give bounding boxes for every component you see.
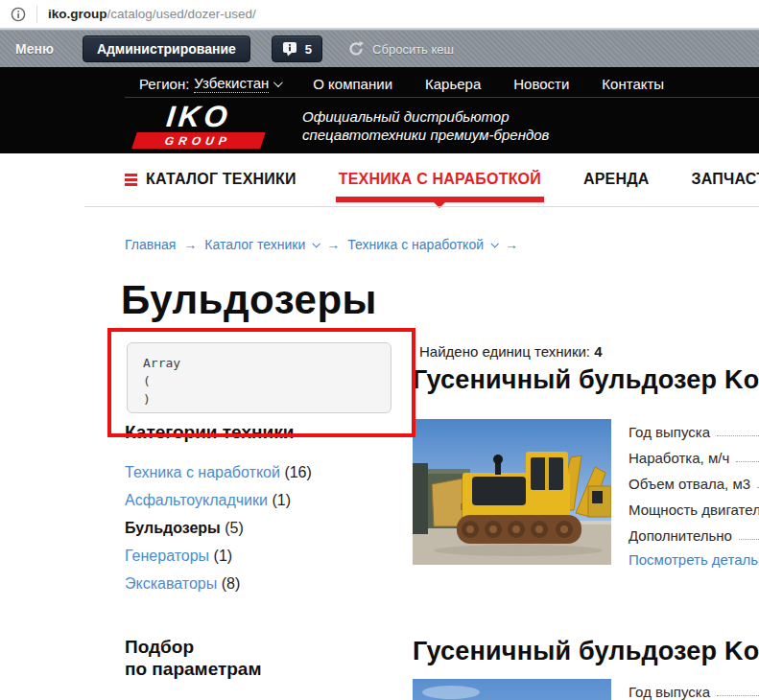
nav-item-catalog[interactable]: КАТАЛОГ ТЕХНИКИ — [125, 171, 296, 188]
header-divider — [125, 97, 759, 98]
category-link[interactable]: Асфальтоукладчики — [125, 492, 268, 508]
breadcrumb: Главная → Каталог техники → Техника с на… — [125, 237, 518, 252]
view-details-link[interactable]: Посмотреть детально — [629, 551, 759, 568]
results-count-value: 4 — [594, 343, 602, 360]
category-item-excavators: Экскаваторы (8) — [125, 570, 312, 597]
url-divider — [36, 6, 37, 23]
header-link-contacts[interactable]: Контакты — [602, 76, 664, 92]
category-link[interactable]: Техника с наработкой — [125, 464, 280, 480]
dotted-leader — [739, 539, 759, 540]
logo-text-group: GROUP — [164, 134, 232, 148]
administration-button[interactable]: Администрирование — [83, 35, 250, 62]
main-navigation: КАТАЛОГ ТЕХНИКИ ТЕХНИКА С НАРАБОТКОЙ АРЕ… — [0, 153, 759, 224]
page: iko.group/catalog/used/dozer-used/ Меню … — [0, 0, 759, 700]
clear-cache-label: Сбросить кеш — [372, 42, 454, 57]
category-count: (5) — [225, 520, 244, 536]
category-count: (8) — [222, 575, 241, 592]
admin-menu-button[interactable]: Меню — [15, 41, 54, 57]
nav-item-catalog-label: КАТАЛОГ ТЕХНИКИ — [146, 171, 296, 188]
category-count: (16) — [284, 464, 311, 480]
category-link[interactable]: Генераторы — [125, 548, 209, 564]
spec-row: Наработка, м/ч — [629, 440, 759, 466]
logo-text-iko: IKO — [132, 103, 264, 131]
breadcrumb-arrow-icon: → — [505, 237, 518, 252]
header-tagline: Официальный дистрибьютор спецавтотехники… — [302, 107, 549, 144]
breadcrumb-catalog[interactable]: Каталог техники — [204, 237, 305, 252]
spec-row: Мощность двигателя — [629, 492, 759, 518]
nav-divider — [84, 206, 759, 207]
product-specs: Год выпуска — [629, 674, 759, 700]
company-logo[interactable]: IKO GROUP — [134, 103, 263, 149]
notifications-button[interactable]: 5 — [272, 35, 322, 62]
breadcrumb-used-equipment[interactable]: Техника с наработкой — [347, 237, 484, 252]
nav-item-spare-parts[interactable]: ЗАПЧАСТИ — [692, 171, 759, 188]
category-count: (1) — [272, 492, 291, 508]
header-link-career[interactable]: Карьера — [425, 76, 481, 92]
hamburger-icon — [125, 174, 137, 186]
chevron-down-icon[interactable] — [313, 240, 320, 247]
category-count: (1) — [214, 548, 233, 564]
product-photo-bulldozer[interactable] — [413, 679, 611, 700]
url-path: /catalog/used/dozer-used/ — [107, 7, 256, 21]
header-link-news[interactable]: Новости — [513, 76, 569, 92]
product-title[interactable]: Гусеничный бульдозер Komatsu — [413, 637, 759, 666]
filter-by-params-title: Подбор по параметрам — [125, 636, 261, 680]
page-title: Бульдозеры — [121, 277, 377, 323]
header-link-about[interactable]: О компании — [313, 76, 392, 92]
categories-title: Категории техники — [125, 422, 294, 443]
category-link[interactable]: Экскаваторы — [125, 575, 217, 592]
spec-row: Объем отвала, м3 — [629, 466, 759, 492]
product-photo-bulldozer[interactable] — [413, 419, 611, 565]
chevron-down-icon — [273, 78, 283, 87]
category-item-generators: Генераторы (1) — [125, 542, 312, 570]
category-item-pavers: Асфальтоукладчики (1) — [125, 486, 312, 514]
nav-item-used-equipment[interactable]: ТЕХНИКА С НАРАБОТКОЙ — [339, 171, 541, 188]
url-domain: iko.group — [48, 7, 107, 21]
refresh-icon — [347, 40, 365, 58]
product-title[interactable]: Гусеничный бульдозер Komatsu — [413, 365, 759, 395]
active-tab-underline — [336, 197, 544, 202]
results-count: Найдено единиц техники: 4 — [419, 343, 603, 360]
categories-list: Техника с наработкой (16) Асфальтоукладч… — [125, 458, 312, 597]
clear-cache-button[interactable]: Сбросить кеш — [347, 40, 454, 58]
category-current-label: Бульдозеры — [125, 520, 221, 536]
region-selector[interactable]: Регион: Узбекистан — [139, 75, 280, 93]
page-info-icon[interactable] — [11, 7, 26, 22]
spec-row: Дополнительно — [629, 518, 759, 544]
tooltip-info-icon — [282, 41, 297, 57]
region-value: Узбекистан — [194, 75, 269, 93]
nav-item-rent[interactable]: АРЕНДА — [583, 171, 650, 188]
admin-toolbar: Меню Администрирование 5 Сбросить кеш — [0, 30, 759, 67]
site-header: Регион: Узбекистан О компании Карьера Но… — [0, 67, 759, 153]
spec-row: Год выпуска — [629, 674, 759, 700]
dotted-leader — [717, 435, 759, 436]
chevron-down-icon[interactable] — [490, 240, 498, 247]
category-item-dozers-current: Бульдозеры (5) — [125, 514, 312, 542]
php-debug-output: Array ( ) — [127, 342, 391, 413]
spec-row: Год выпуска — [629, 414, 759, 440]
dotted-leader — [736, 461, 759, 462]
breadcrumb-arrow-icon: → — [183, 237, 197, 252]
category-item-used: Техника с наработкой (16) — [125, 458, 312, 486]
address-url[interactable]: iko.group/catalog/used/dozer-used/ — [48, 7, 256, 21]
region-prefix: Регион: — [139, 76, 189, 92]
notifications-count: 5 — [305, 42, 312, 57]
browser-url-bar[interactable]: iko.group/catalog/used/dozer-used/ — [0, 0, 759, 30]
breadcrumb-arrow-icon: → — [326, 237, 340, 252]
dotted-leader — [717, 695, 759, 696]
product-specs: Год выпуска Наработка, м/ч Объем отвала,… — [629, 414, 759, 568]
breadcrumb-home[interactable]: Главная — [125, 237, 176, 252]
